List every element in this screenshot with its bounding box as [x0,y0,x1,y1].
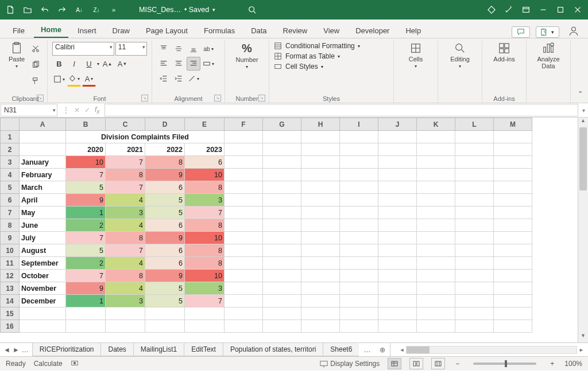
cell-F14[interactable] [225,295,263,307]
row-header-15[interactable]: 15 [1,307,20,320]
cell-H10[interactable] [301,244,340,257]
cell-M14[interactable] [494,295,532,307]
cell-H7[interactable] [301,207,340,219]
search-button[interactable] [244,6,260,14]
cell-A3[interactable]: January [20,156,66,169]
cell-M9[interactable] [494,232,532,244]
macro-record-icon[interactable] [71,359,79,369]
cell-C3[interactable]: 7 [106,156,145,169]
editing-button[interactable]: Editing ▾ [446,42,474,69]
cell-E16[interactable] [185,320,225,333]
cell-C2[interactable]: 2021 [106,143,145,156]
cell-G12[interactable] [263,270,301,282]
font-color-button[interactable]: A [82,72,96,87]
cell-E7[interactable]: 7 [185,207,225,219]
tab-formulas[interactable]: Formulas [197,23,242,38]
align-left-icon[interactable] [157,57,171,71]
ribbon-mode-icon[interactable] [518,2,534,18]
col-header-J[interactable]: J [378,118,417,131]
scroll-thumb[interactable] [579,127,587,190]
cell-J15[interactable] [378,307,417,320]
cell-A14[interactable]: December [20,295,66,307]
grid-table[interactable]: ABCDEFGHIJKLM1Division Complaints Filed2… [0,118,532,333]
cell-B15[interactable] [66,307,106,320]
cells-button[interactable]: Cells ▾ [402,42,430,69]
cell-C8[interactable]: 4 [106,219,145,232]
cell-J10[interactable] [378,244,417,257]
row-header-14[interactable]: 14 [1,295,20,307]
cell-G4[interactable] [263,169,301,181]
cell-G13[interactable] [263,282,301,295]
cell-L12[interactable] [455,270,494,282]
row-header-7[interactable]: 7 [1,207,20,219]
save-status[interactable]: • Saved [184,6,209,14]
tab-data[interactable]: Data [244,23,273,38]
cell-G6[interactable] [263,194,301,207]
cell-F3[interactable] [225,156,263,169]
cell-C6[interactable]: 4 [106,194,145,207]
cell-F16[interactable] [225,320,263,333]
cell-K2[interactable] [417,143,455,156]
cell-K5[interactable] [417,181,455,194]
col-header-D[interactable]: D [145,118,185,131]
sheet-nav-prev-icon[interactable]: ◄ [3,346,10,354]
cell-H14[interactable] [301,295,340,307]
open-file-icon[interactable] [20,2,36,18]
tab-review[interactable]: Review [276,23,315,38]
cell-M2[interactable] [494,143,532,156]
decrease-indent-icon[interactable] [157,72,171,85]
maximize-button[interactable] [552,2,568,18]
cell-G16[interactable] [263,320,301,333]
cell-D14[interactable]: 5 [145,295,185,307]
cell-M15[interactable] [494,307,532,320]
cell-I13[interactable] [340,282,378,295]
cell-L8[interactable] [455,219,494,232]
tab-draw[interactable]: Draw [106,23,137,38]
cell-H1[interactable] [301,131,340,143]
scroll-right-icon[interactable]: ► [577,347,586,353]
cell-F12[interactable] [225,270,263,282]
cell-H9[interactable] [301,232,340,244]
cell-M16[interactable] [494,320,532,333]
cell-M5[interactable] [494,181,532,194]
col-header-B[interactable]: B [66,118,106,131]
col-header-M[interactable]: M [494,118,532,131]
cell-J14[interactable] [378,295,417,307]
cell-L2[interactable] [455,143,494,156]
col-header-C[interactable]: C [106,118,145,131]
redo-icon[interactable] [54,2,70,18]
col-header-F[interactable]: F [225,118,263,131]
cell-I6[interactable] [340,194,378,207]
cell-B12[interactable]: 7 [66,270,106,282]
cell-B11[interactable]: 2 [66,257,106,270]
cell-I8[interactable] [340,219,378,232]
minimize-button[interactable] [535,2,551,18]
row-header-11[interactable]: 11 [1,257,20,270]
orientation-icon[interactable] [187,72,200,85]
col-header-G[interactable]: G [263,118,301,131]
cell-H2[interactable] [301,143,340,156]
italic-button[interactable]: I [67,57,81,71]
decrease-font-icon[interactable]: A▼ [115,57,129,71]
cell-F11[interactable] [225,257,263,270]
cell-K7[interactable] [417,207,455,219]
cell-L13[interactable] [455,282,494,295]
cell-D13[interactable]: 5 [145,282,185,295]
cell-A13[interactable]: November [20,282,66,295]
row-header-4[interactable]: 4 [1,169,20,181]
qat-more-icon[interactable]: » [106,2,122,18]
align-center-icon[interactable] [172,57,185,71]
cell-I9[interactable] [340,232,378,244]
cell-J4[interactable] [378,169,417,181]
cell-G10[interactable] [263,244,301,257]
row-header-5[interactable]: 5 [1,181,20,194]
row-header-3[interactable]: 3 [1,156,20,169]
cell-C7[interactable]: 3 [106,207,145,219]
cell-H6[interactable] [301,194,340,207]
cell-A5[interactable]: March [20,181,66,194]
tab-developer[interactable]: Developer [349,23,396,38]
cell-J7[interactable] [378,207,417,219]
cell-F9[interactable] [225,232,263,244]
cell-A2[interactable] [20,143,66,156]
row-header-13[interactable]: 13 [1,282,20,295]
